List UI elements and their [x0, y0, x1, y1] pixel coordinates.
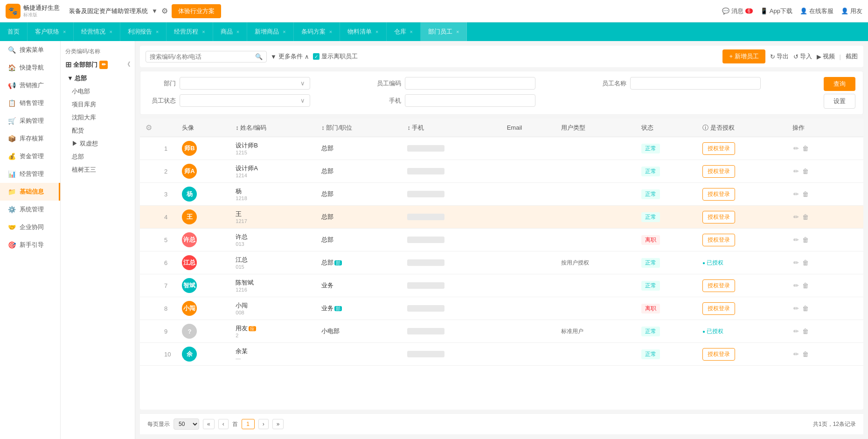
auth-login-btn[interactable]: 授权登录: [702, 188, 735, 201]
sidebar-item-basic-info[interactable]: 📁 基础信息: [0, 183, 60, 201]
dept-edit-btn[interactable]: ✏: [99, 61, 108, 69]
auth-login-btn[interactable]: 授权登录: [702, 234, 735, 246]
edit-btn[interactable]: ✏: [792, 212, 800, 222]
nav-tab-warehouse[interactable]: 仓库×: [387, 22, 421, 41]
filter-search-btn[interactable]: 查询: [824, 77, 855, 91]
edit-btn[interactable]: ✏: [792, 189, 800, 199]
sidebar-item-inventory[interactable]: 📦 库存核算: [0, 130, 60, 147]
auth-login-btn[interactable]: 授权登录: [702, 348, 735, 361]
view-btn[interactable]: ▶ 视频: [817, 52, 835, 61]
nav-tab-barcode[interactable]: 条码方案×: [294, 22, 340, 41]
close-icon[interactable]: ×: [156, 29, 159, 35]
close-icon[interactable]: ×: [410, 29, 413, 35]
auth-login-btn[interactable]: 授权登录: [702, 279, 735, 292]
filter-phone-input[interactable]: [405, 94, 535, 107]
dept-search-input[interactable]: [65, 48, 135, 55]
edit-btn[interactable]: ✏: [792, 167, 800, 176]
employee-search-input[interactable]: [150, 53, 252, 60]
dept-node-double[interactable]: ▶ 双虚想: [61, 137, 135, 150]
prev-page-btn[interactable]: ‹: [218, 419, 229, 429]
try-btn[interactable]: 体验行业方案: [172, 4, 221, 18]
dept-node-hq[interactable]: 总部: [61, 150, 135, 163]
sidebar-item-nav[interactable]: 🏠 快捷导航: [0, 59, 60, 77]
edit-btn[interactable]: ✏: [792, 144, 800, 153]
edit-btn[interactable]: ✏: [792, 258, 800, 267]
sidebar-item-purchase[interactable]: 🛒 采购管理: [0, 112, 60, 130]
dept-collapse-btn[interactable]: 《: [125, 61, 130, 69]
edit-btn[interactable]: ✏: [792, 281, 800, 290]
delete-btn[interactable]: 🗑: [801, 144, 810, 153]
delete-btn[interactable]: 🗑: [801, 189, 810, 199]
delete-btn[interactable]: 🗑: [801, 349, 810, 359]
nav-tab-new-goods[interactable]: 新增商品×: [247, 22, 293, 41]
first-page-btn[interactable]: «: [203, 419, 215, 429]
edit-btn[interactable]: ✏: [792, 304, 800, 313]
more-filter-btn[interactable]: ▼ 更多条件 ∧: [271, 52, 309, 61]
sidebar-item-finance[interactable]: 💰 资金管理: [0, 147, 60, 165]
page-size-select[interactable]: 50 100 200: [174, 418, 199, 430]
edit-btn[interactable]: ✏: [792, 235, 800, 244]
user-menu-btn[interactable]: 👤 用友: [841, 7, 862, 15]
sidebar-item-guide[interactable]: 🎯 新手引导: [0, 236, 60, 254]
delete-btn[interactable]: 🗑: [801, 235, 810, 244]
delete-btn[interactable]: 🗑: [801, 258, 810, 267]
close-icon[interactable]: ×: [283, 29, 285, 35]
close-icon[interactable]: ×: [63, 29, 66, 35]
nav-tab-home[interactable]: 首页: [0, 22, 28, 41]
settings-gear-btn[interactable]: ⚙: [161, 7, 168, 15]
delete-btn[interactable]: 🗑: [801, 304, 810, 313]
delete-btn[interactable]: 🗑: [801, 281, 810, 290]
nav-tab-bom[interactable]: 物料清单×: [340, 22, 386, 41]
dept-node-tree[interactable]: 植树王三: [61, 163, 135, 176]
nav-tab-profit[interactable]: 利润报告×: [120, 22, 167, 41]
sidebar-item-sales[interactable]: 📋 销售管理: [0, 94, 60, 112]
import-btn[interactable]: ↺ 导入: [793, 52, 812, 61]
edit-btn[interactable]: ✏: [792, 349, 800, 359]
nav-tab-history[interactable]: 经营历程×: [167, 22, 213, 41]
sidebar-item-search[interactable]: 🔍 搜索菜单: [0, 41, 60, 59]
export-btn[interactable]: ↻ 导出: [770, 52, 789, 61]
sidebar-item-management[interactable]: 📊 经营管理: [0, 165, 60, 183]
nav-tab-goods[interactable]: 商品×: [213, 22, 247, 41]
dept-node-small-elec[interactable]: 小电部: [61, 85, 135, 98]
online-service-btn[interactable]: 👤 在线客服: [800, 7, 833, 15]
dept-node-shenyang[interactable]: 沈阳大库: [61, 111, 135, 124]
sidebar-item-system[interactable]: ⚙️ 系统管理: [0, 201, 60, 218]
dept-node-distribution[interactable]: 配货: [61, 124, 135, 137]
close-icon[interactable]: ×: [456, 29, 459, 35]
dept-node-project[interactable]: 项目库房: [61, 98, 135, 111]
col-settings-icon[interactable]: ⚙: [146, 124, 152, 132]
close-icon[interactable]: ×: [375, 29, 378, 35]
auth-login-btn[interactable]: 授权登录: [702, 302, 735, 315]
add-employee-btn[interactable]: + 新增员工: [722, 49, 765, 63]
edit-btn[interactable]: ✏: [792, 327, 800, 336]
sidebar-item-collaborate[interactable]: 🤝 企业协同: [0, 218, 60, 236]
auth-login-btn[interactable]: 授权登录: [702, 142, 735, 155]
filter-empname-input[interactable]: [630, 77, 761, 90]
last-page-btn[interactable]: »: [272, 419, 284, 429]
auth-login-btn[interactable]: 授权登录: [702, 211, 735, 223]
nav-tab-customer[interactable]: 客户联络×: [28, 22, 74, 41]
close-icon[interactable]: ×: [329, 29, 332, 35]
nav-tab-business[interactable]: 经营情况×: [74, 22, 120, 41]
show-resigned-toggle[interactable]: ✓ 显示离职员工: [313, 52, 358, 61]
messages-btn[interactable]: 💬 消息 6: [722, 7, 753, 15]
close-icon[interactable]: ×: [236, 29, 239, 35]
filter-empcode-input[interactable]: [405, 77, 535, 90]
screenshot-btn[interactable]: 截图: [846, 52, 858, 61]
delete-btn[interactable]: 🗑: [801, 212, 810, 222]
close-icon[interactable]: ×: [202, 29, 205, 35]
app-download-btn[interactable]: 📱 App下载: [760, 7, 792, 15]
next-page-btn[interactable]: ›: [258, 419, 269, 429]
system-dropdown-btn[interactable]: ▼: [152, 7, 158, 14]
delete-btn[interactable]: 🗑: [801, 327, 810, 336]
filter-reset-btn[interactable]: 设置: [824, 94, 855, 109]
delete-btn[interactable]: 🗑: [801, 167, 810, 176]
filter-status-select[interactable]: ∨: [180, 94, 310, 107]
close-icon[interactable]: ×: [109, 29, 112, 35]
sidebar-item-marketing[interactable]: 📢 营销推广: [0, 77, 60, 94]
dept-node-hq-parent[interactable]: ▼ 总部: [61, 72, 135, 85]
nav-tab-employee[interactable]: 部门员工×: [421, 22, 467, 41]
auth-login-btn[interactable]: 授权登录: [702, 165, 735, 178]
filter-dept-select[interactable]: ∨: [180, 77, 310, 90]
